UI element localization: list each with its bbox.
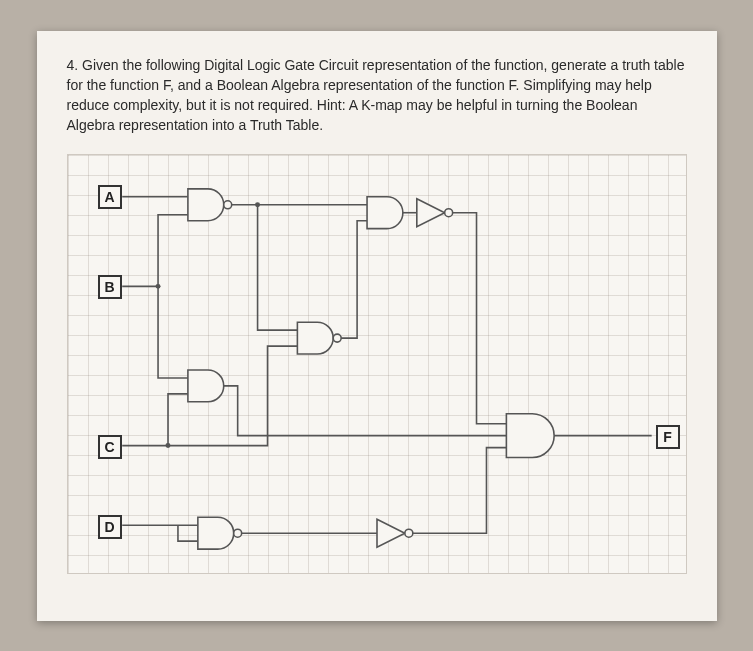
gate-not-g4 xyxy=(416,198,444,226)
question-text: 4. Given the following Digital Logic Gat… xyxy=(67,55,687,136)
gate-and-g1g3 xyxy=(367,196,403,228)
gate-and-final xyxy=(506,413,554,457)
svg-point-5 xyxy=(444,208,452,216)
worksheet-page: 4. Given the following Digital Logic Gat… xyxy=(37,31,717,621)
gate-nand-DD xyxy=(197,517,233,549)
gate-nand-g1C xyxy=(297,322,333,354)
gate-and-BC xyxy=(187,370,223,402)
question-body: Given the following Digital Logic Gate C… xyxy=(67,57,685,134)
circuit-diagram: A B C D F xyxy=(67,154,687,574)
circuit-svg xyxy=(68,155,686,573)
question-number: 4. xyxy=(67,57,79,73)
svg-point-4 xyxy=(333,334,341,342)
svg-point-7 xyxy=(404,529,412,537)
gate-not-g6 xyxy=(377,519,405,547)
svg-point-1 xyxy=(223,200,231,208)
svg-point-6 xyxy=(233,529,241,537)
gate-nand-AB xyxy=(187,189,223,221)
